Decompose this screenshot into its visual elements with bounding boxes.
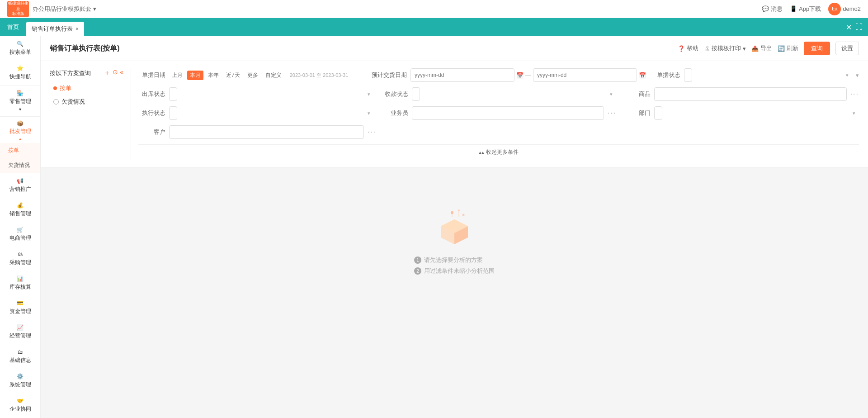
status-dropdown-icon[interactable]: ▾ (856, 72, 859, 79)
inventory-icon: 📊 (17, 276, 24, 282)
date-tab-this-year[interactable]: 本年 (205, 71, 222, 80)
sidebar-item-enterprise[interactable]: 🤝 企业协同 (0, 393, 40, 418)
sidebar-item-inventory[interactable]: 📊 库存核算 (0, 271, 40, 295)
topbar: 畅捷通好生意 标准版 办公用品行业模拟账套 ▾ 💬 消息 📱 App下载 Ea … (0, 0, 868, 18)
print-dropdown-icon: ▾ (743, 45, 746, 52)
delivery-status-wrapper (169, 87, 374, 101)
tip-num-1: 1 (414, 256, 421, 264)
refresh-button[interactable]: 🔄 刷新 (778, 44, 798, 52)
collapse-up-icon: ▴▴ (479, 149, 484, 156)
add-scheme-button[interactable]: ＋ (104, 68, 111, 78)
sidebar-item-system[interactable]: ⚙️ 系统管理 (0, 369, 40, 393)
logo-text: 畅捷通好生意 标准版 (7, 1, 29, 17)
empty-tip-2: 2 用过滤条件来缩小分析范围 (414, 267, 495, 275)
ecommerce-icon: 🛒 (17, 227, 24, 233)
collapse-button[interactable]: ▴▴ 收起更多条件 (138, 144, 859, 160)
sales-label: 销售管理 (9, 210, 31, 218)
user-profile[interactable]: Ea demo2 (828, 3, 861, 15)
settings-button[interactable]: 设置 (835, 42, 859, 55)
logo: 畅捷通好生意 标准版 (7, 1, 29, 17)
filter-left-actions: ＋ ⊙ « (104, 68, 123, 78)
purchase-label: 采购管理 (9, 259, 31, 266)
department-select[interactable] (654, 106, 662, 120)
status-select[interactable] (684, 68, 692, 82)
filter-scheme-owe[interactable]: 欠货情况 (50, 95, 123, 109)
query-button[interactable]: 查询 (804, 42, 830, 55)
sidebar-item-marketing[interactable]: 📢 营销推广 (0, 173, 40, 198)
finance-label: 资金管理 (9, 308, 31, 315)
date-tabs: 上月 本月 本年 近7天 更多 自定义 (169, 71, 284, 80)
filter-group-delivery-date: 预计交货日期 📅 — 📅 (372, 68, 646, 82)
owe-goods-label: 欠货情况 (8, 162, 30, 169)
sidebar-item-wholesale[interactable]: 📦 批发管理 ▴ (0, 117, 40, 143)
order-label: 按单 (8, 147, 19, 154)
date-label: 单据日期 (138, 71, 165, 79)
tab-close-window-icon[interactable]: ✕ (846, 23, 852, 32)
sidebar-item-ecommerce[interactable]: 🛒 电商管理 (0, 222, 40, 247)
tab-maximize-icon[interactable]: ⛶ (855, 23, 863, 31)
template-print-button[interactable]: 🖨 按模板打印 ▾ (704, 44, 746, 52)
salesperson-input[interactable] (412, 106, 604, 120)
delivery-calendar-icon[interactable]: 📅 (516, 72, 524, 79)
sidebar-item-retail[interactable]: 🏪 零售管理 ▾ (0, 86, 40, 116)
export-button[interactable]: 📤 导出 (751, 44, 772, 52)
department-label: 部门 (623, 109, 651, 117)
message-button[interactable]: 💬 消息 (762, 5, 783, 13)
status-label: 单据状态 (653, 71, 680, 79)
operations-label: 经营管理 (9, 332, 31, 340)
sidebar-item-finance[interactable]: 💳 资金管理 (0, 295, 40, 320)
delivery-date-end[interactable] (533, 68, 637, 82)
sidebar-sub-item-order[interactable]: 按单 (0, 143, 40, 158)
delivery-calendar-icon-2[interactable]: 📅 (639, 72, 646, 79)
collapse-scheme-button[interactable]: « (120, 68, 123, 78)
date-tab-this-month[interactable]: 本月 (187, 71, 203, 80)
sidebar-sub-item-owe-goods[interactable]: 欠货情况 (0, 158, 40, 173)
app-download-button[interactable]: 📱 App下载 (790, 5, 821, 13)
tab-sales-order[interactable]: 销售订单执行表 × (26, 22, 84, 36)
sidebar-item-purchase[interactable]: 🛍 采购管理 (0, 247, 40, 271)
collection-status-select[interactable] (412, 87, 420, 101)
wholesale-icon: 📦 (17, 120, 24, 127)
delivery-date-start[interactable] (410, 68, 514, 82)
expected-delivery-label: 预计交货日期 (372, 71, 407, 79)
sidebar: 🔍 搜索菜单 ⭐ 快捷导航 🏪 零售管理 ▾ 📦 批发管理 ▴ 按单 (0, 36, 41, 418)
message-label: 消息 (771, 5, 783, 13)
tabbar: 首页 销售订单执行表 × ✕ ⛶ (0, 18, 868, 36)
date-tab-last-month[interactable]: 上月 (169, 71, 185, 80)
filter-group-exec-status: 执行状态 (138, 106, 374, 120)
goods-more-icon[interactable]: ··· (850, 90, 859, 98)
sidebar-item-sales[interactable]: 💰 销售管理 (0, 198, 40, 222)
help-icon: ❓ (678, 45, 685, 52)
help-button[interactable]: ❓ 帮助 (678, 44, 698, 52)
sidebar-search-label: 搜索菜单 (9, 48, 31, 56)
sidebar-section-marketing: 📢 营销推广 (0, 173, 40, 198)
sidebar-item-basics[interactable]: 🗂 基础信息 (0, 344, 40, 369)
sidebar-sub-menu: 按单 欠货情况 (0, 143, 40, 173)
exec-status-select[interactable] (169, 106, 177, 120)
filter-left-title: 按以下方案查询 ＋ ⊙ « (50, 68, 123, 78)
empty-state: 1 请先选择要分析的方案 2 用过滤条件来缩小分析范围 (41, 167, 868, 314)
customer-input[interactable] (169, 125, 364, 139)
sidebar-item-operations[interactable]: 📈 经营管理 (0, 320, 40, 344)
date-tab-custom[interactable]: 自定义 (263, 71, 284, 80)
tab-close-icon[interactable]: × (75, 26, 79, 32)
tip-num-2: 2 (414, 267, 421, 275)
delivery-status-select[interactable] (169, 87, 177, 101)
filter-group-collection-status: 收款状态 (381, 87, 617, 101)
sidebar-item-search[interactable]: 🔍 搜索菜单 (0, 36, 40, 61)
avatar: Ea (828, 3, 841, 15)
date-tab-7days[interactable]: 近7天 (223, 71, 243, 80)
customer-label: 客户 (138, 128, 165, 136)
filter-panel: 按以下方案查询 ＋ ⊙ « 按单 欠货情况 (41, 61, 868, 167)
date-tab-more[interactable]: 更多 (245, 71, 261, 80)
filter-scheme-order[interactable]: 按单 (50, 81, 123, 95)
goods-label: 商品 (623, 90, 651, 98)
tab-home[interactable]: 首页 (0, 18, 26, 36)
breadcrumb-dropdown-icon[interactable]: ▾ (93, 5, 96, 12)
settings-scheme-button[interactable]: ⊙ (113, 68, 118, 78)
goods-input[interactable] (654, 87, 846, 101)
message-icon: 💬 (762, 5, 769, 12)
customer-more-icon[interactable]: ··· (368, 128, 376, 136)
sidebar-item-quicknav[interactable]: ⭐ 快捷导航 (0, 61, 40, 85)
salesperson-more-icon[interactable]: ··· (608, 109, 616, 117)
